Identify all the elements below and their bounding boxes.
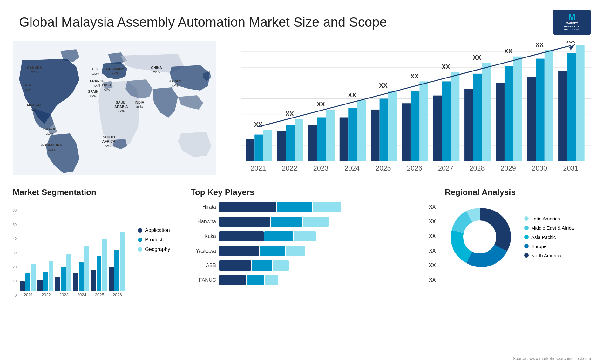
reg-legend-apac: Asia Pacific: [524, 234, 574, 240]
map-label-brazil: BRAZILxx%: [43, 127, 56, 136]
seg-chart-wrapper: 60 50 40 30 20 10 0: [13, 202, 184, 297]
hirata-seg3: [313, 202, 341, 212]
seg-bars-col: 2021 2022 2023 2024 2025 2026: [20, 202, 125, 297]
svg-text:XX: XX: [566, 41, 575, 44]
logo-text: MARKET RESEARCH INTELLECT: [564, 22, 580, 31]
regional-legend: Latin America Middle East & Africa Asia …: [524, 216, 574, 258]
svg-rect-58: [558, 71, 567, 161]
svg-rect-15: [295, 119, 303, 161]
seg-xlabel-2022: 2022: [38, 293, 54, 297]
seg-y-axis: 60 50 40 30 20 10 0: [13, 208, 18, 297]
svg-text:2028: 2028: [469, 164, 485, 172]
player-bar-abb: [219, 260, 426, 271]
svg-text:2025: 2025: [376, 164, 391, 172]
svg-rect-49: [505, 66, 513, 161]
legend-label-application: Application: [145, 227, 170, 233]
player-yaskawa: Yaskawa XX: [191, 246, 438, 256]
player-abb: ABB XX: [191, 260, 438, 271]
player-value-abb: XX: [429, 263, 438, 268]
legend-dot-geography: [138, 247, 142, 252]
reg-label-mea: Middle East & Africa: [531, 225, 574, 231]
abb-seg1: [219, 260, 251, 271]
donut-chart: [445, 202, 515, 272]
player-name-fanuc: FANUC: [191, 277, 216, 283]
seg-geo-2023: [66, 254, 71, 291]
svg-text:2023: 2023: [313, 164, 329, 172]
player-name-hirata: Hirata: [191, 204, 216, 210]
kuka-seg3: [294, 231, 316, 241]
svg-rect-38: [433, 96, 442, 161]
svg-rect-13: [277, 131, 286, 161]
player-name-hanwha: Hanwha: [191, 219, 216, 225]
seg-prod-2026: [114, 250, 119, 291]
svg-rect-28: [371, 110, 380, 161]
player-hanwha: Hanwha XX: [191, 217, 438, 227]
svg-text:2021: 2021: [251, 164, 266, 172]
svg-rect-43: [464, 89, 473, 161]
seg-app-2025: [91, 270, 96, 291]
seg-legend: Application Product Geography: [138, 227, 170, 252]
seg-app-2026: [109, 267, 113, 291]
key-players-section: Top Key Players Hirata XX Hanwha: [191, 187, 438, 321]
player-bar-kuka: [219, 231, 426, 241]
seg-bar-2026: [109, 232, 125, 291]
seg-bar-2024: [73, 246, 89, 291]
player-value-hanwha: XX: [429, 219, 438, 225]
hirata-seg1: [219, 202, 276, 212]
svg-rect-10: [263, 130, 272, 161]
svg-text:2022: 2022: [282, 164, 297, 172]
svg-text:2029: 2029: [501, 164, 516, 172]
svg-text:2024: 2024: [344, 164, 360, 172]
svg-rect-53: [527, 77, 536, 161]
reg-dot-europe: [524, 244, 529, 248]
seg-xlabel-2026: 2026: [109, 293, 125, 297]
svg-text:XX: XX: [442, 63, 450, 70]
reg-label-latin: Latin America: [531, 216, 560, 221]
reg-legend-northam: North America: [524, 253, 574, 258]
source-text: Source : www.marketresearchintellect.com: [513, 356, 591, 361]
seg-prod-2021: [25, 273, 30, 291]
svg-text:XX: XX: [504, 48, 512, 55]
seg-x-labels: 2021 2022 2023 2024 2025 2026: [20, 293, 125, 297]
page-title: Global Malaysia Assembly Automation Mark…: [19, 15, 387, 30]
svg-rect-39: [442, 81, 451, 161]
map-label-canada: CANADAxx%: [27, 65, 42, 75]
seg-geo-2024: [84, 246, 89, 291]
svg-rect-33: [402, 103, 411, 161]
player-name-kuka: Kuka: [191, 233, 216, 239]
abb-seg3: [273, 260, 289, 271]
map-label-italy: ITALYxx%: [102, 83, 112, 92]
svg-rect-34: [411, 91, 420, 161]
yaskawa-seg1: [219, 246, 259, 256]
logo-box: M MARKET RESEARCH INTELLECT: [553, 10, 591, 35]
svg-rect-45: [482, 63, 491, 161]
seg-bars: [20, 202, 125, 291]
bar-chart-section: 2021 XX 2022 XX 2023 XX: [222, 41, 597, 178]
logo-letter: M: [568, 13, 575, 22]
svg-rect-14: [286, 125, 295, 161]
yaskawa-seg2: [260, 246, 285, 256]
reg-label-northam: North America: [531, 253, 561, 258]
hanwha-seg2: [271, 217, 302, 227]
player-kuka: Kuka XX: [191, 231, 438, 241]
svg-text:XX: XX: [317, 101, 325, 108]
player-value-fanuc: XX: [429, 277, 438, 283]
svg-text:XX: XX: [410, 73, 419, 80]
seg-xlabel-2024: 2024: [74, 293, 90, 297]
svg-rect-35: [419, 81, 428, 161]
segmentation-title: Market Segmentation: [13, 187, 184, 197]
reg-label-europe: Europe: [531, 244, 546, 249]
map-label-us: U.S.xx%: [25, 83, 31, 92]
reg-legend-latin: Latin America: [524, 216, 574, 221]
svg-text:XX: XX: [473, 54, 481, 61]
legend-product: Product: [138, 237, 170, 243]
player-fanuc: FANUC XX: [191, 275, 438, 285]
legend-dot-application: [138, 228, 142, 233]
svg-rect-48: [496, 83, 505, 161]
svg-rect-29: [380, 99, 389, 161]
svg-rect-54: [536, 59, 545, 161]
player-value-kuka: XX: [429, 233, 438, 239]
svg-rect-19: [317, 118, 326, 161]
reg-dot-northam: [524, 253, 529, 258]
svg-rect-8: [246, 139, 255, 161]
